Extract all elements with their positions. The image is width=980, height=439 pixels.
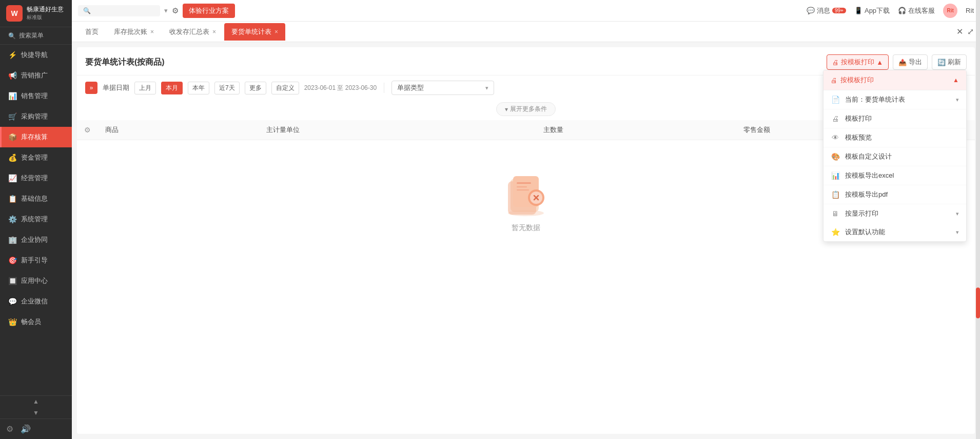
top-header: 🔍 ▾ ⚙ 体验行业方案 💬 消息 99+ 📱 App下载 🎧 在线客服 Rit… bbox=[72, 0, 980, 22]
page-container: 要货单统计表(按商品) 🖨 按模板打印 ▲ 📤 导出 🔄 刷新 bbox=[77, 47, 975, 434]
online-service-label: 在线客服 bbox=[908, 6, 935, 15]
scroll-up-icon[interactable]: ▲ bbox=[33, 398, 39, 405]
dropdown-display-print[interactable]: 🖥 按显示打印 ▾ bbox=[824, 204, 966, 223]
sidebar-item-enterprise[interactable]: 🏢 企业协同 bbox=[0, 230, 72, 250]
date-btn-custom[interactable]: 自定义 bbox=[271, 82, 299, 94]
sidebar-item-label: 采购管理 bbox=[21, 112, 48, 121]
dropdown-template-design-label: 模板自定义设计 bbox=[845, 152, 892, 161]
tabs-bar: 首页 库存批次账 × 收发存汇总表 × 要货单统计表 × ✕ ⤢ bbox=[72, 22, 980, 42]
sidebar-item-finance[interactable]: 💰 资金管理 bbox=[0, 147, 72, 168]
header-search-bar[interactable]: 🔍 bbox=[78, 5, 160, 16]
sidebar-item-purchase[interactable]: 🛒 采购管理 bbox=[0, 106, 72, 127]
export-button[interactable]: 📤 导出 bbox=[893, 54, 928, 70]
header-settings-icon[interactable]: ⚙ bbox=[172, 6, 179, 15]
date-btn-current-month[interactable]: 本月 bbox=[161, 82, 183, 94]
dropdown-default-func-label: 设置默认功能 bbox=[845, 227, 885, 237]
sidebar-item-label: 新手引导 bbox=[21, 256, 48, 265]
order-type-select[interactable]: 单据类型 ▾ bbox=[391, 81, 494, 95]
tab-batch-account[interactable]: 库存批次账 × bbox=[107, 23, 161, 41]
sidebar-item-operations[interactable]: 📈 经营管理 bbox=[0, 168, 72, 188]
audio-icon[interactable]: 🔊 bbox=[21, 424, 31, 434]
dropdown-display-print-left: 🖥 按显示打印 bbox=[831, 209, 878, 218]
member-icon: 👑 bbox=[8, 318, 17, 326]
window-expand-button[interactable]: ⤢ bbox=[967, 27, 974, 36]
printer-icon: 🖨 bbox=[831, 77, 837, 84]
sidebar-item-apps[interactable]: 🔲 应用中心 bbox=[0, 271, 72, 291]
enterprise-icon: 🏢 bbox=[8, 236, 17, 244]
app-logo-icon: W bbox=[6, 5, 23, 22]
header-right: 💬 消息 99+ 📱 App下载 🎧 在线客服 Rit Rit bbox=[807, 4, 974, 18]
tab-home[interactable]: 首页 bbox=[78, 23, 106, 41]
tab-home-label: 首页 bbox=[85, 27, 99, 36]
avatar[interactable]: Rit bbox=[943, 4, 957, 18]
sidebar-item-sales[interactable]: 📊 销售管理 bbox=[0, 86, 72, 106]
dropdown-template-preview[interactable]: 👁 模板预览 bbox=[824, 128, 966, 147]
refresh-button[interactable]: 🔄 刷新 bbox=[932, 54, 967, 70]
search-icon: 🔍 bbox=[83, 7, 91, 14]
dropdown-collapse-icon[interactable]: ▲ bbox=[953, 77, 959, 84]
expand-more-button[interactable]: ▾ 展开更多条件 bbox=[496, 102, 556, 116]
sidebar-item-guide[interactable]: 🎯 新手引导 bbox=[0, 250, 72, 271]
trial-button[interactable]: 体验行业方案 bbox=[183, 4, 235, 18]
sidebar-item-label: 营销推广 bbox=[21, 71, 48, 80]
sidebar-item-system[interactable]: ⚙️ 系统管理 bbox=[0, 209, 72, 230]
sidebar-search[interactable]: 🔍 搜索菜单 bbox=[0, 27, 72, 45]
tab-order-stats-close[interactable]: × bbox=[275, 28, 278, 35]
date-btn-more[interactable]: 更多 bbox=[245, 82, 266, 94]
message-icon: 💬 bbox=[807, 7, 815, 14]
scrollbar-thumb[interactable] bbox=[976, 288, 980, 318]
finance-icon: 💰 bbox=[8, 154, 17, 162]
table-col-product: 商品 bbox=[98, 120, 259, 140]
date-btn-last7days[interactable]: 近7天 bbox=[214, 82, 240, 94]
sidebar-item-inventory[interactable]: 📦 库存核算 bbox=[0, 127, 72, 147]
window-close-button[interactable]: ✕ bbox=[956, 27, 963, 36]
dropdown-template-excel[interactable]: 📊 按模板导出excel bbox=[824, 166, 966, 185]
online-service-item[interactable]: 🎧 在线客服 bbox=[898, 6, 935, 15]
tab-batch-account-close[interactable]: × bbox=[150, 28, 154, 35]
tab-payment-summary[interactable]: 收发存汇总表 × bbox=[162, 23, 223, 41]
sidebar-item-quicknav[interactable]: ⚡ 快捷导航 bbox=[0, 45, 72, 65]
tab-order-stats[interactable]: 要货单统计表 × bbox=[224, 23, 285, 41]
sidebar-item-basics[interactable]: 📋 基础信息 bbox=[0, 188, 72, 209]
print-template-button[interactable]: 🖨 按模板打印 ▲ bbox=[827, 54, 889, 70]
filter-expand-button[interactable]: » bbox=[85, 82, 97, 94]
tab-payment-summary-close[interactable]: × bbox=[212, 28, 216, 35]
export-icon: 📤 bbox=[898, 59, 907, 66]
eye-icon: 👁 bbox=[831, 133, 840, 142]
dropdown-display-print-label: 按显示打印 bbox=[845, 209, 878, 218]
settings-icon[interactable]: ⚙ bbox=[6, 424, 13, 434]
dropdown-template-design[interactable]: 🎨 模板自定义设计 bbox=[824, 147, 966, 166]
wechat-icon: 💬 bbox=[8, 297, 17, 306]
dropdown-template-pdf[interactable]: 📋 按模板导出pdf bbox=[824, 185, 966, 204]
print-dropdown-menu: 🖨 按模板打印 ▲ 📄 当前：要货单统计表 ▾ 🖨 模板 bbox=[823, 70, 967, 242]
dropdown-template-print[interactable]: 🖨 模板打印 bbox=[824, 109, 966, 128]
table-col-quantity: 主数量 bbox=[536, 120, 736, 140]
dropdown-template-excel-label: 按模板导出excel bbox=[845, 171, 894, 180]
scroll-down-icon[interactable]: ▼ bbox=[33, 409, 39, 416]
page-actions: 🖨 按模板打印 ▲ 📤 导出 🔄 刷新 bbox=[827, 54, 967, 70]
date-btn-prev-month[interactable]: 上月 bbox=[134, 82, 156, 94]
sidebar-item-marketing[interactable]: 📢 营销推广 bbox=[0, 65, 72, 86]
sidebar-item-wechat[interactable]: 💬 企业微信 bbox=[0, 291, 72, 312]
app-download-item[interactable]: 📱 App下载 bbox=[854, 6, 890, 15]
column-settings-icon[interactable]: ⚙ bbox=[84, 126, 91, 134]
sidebar-nav: ⚡ 快捷导航 📢 营销推广 📊 销售管理 🛒 采购管理 📦 库存核算 💰 资金管… bbox=[0, 45, 72, 395]
date-btn-current-year[interactable]: 本年 bbox=[188, 82, 209, 94]
app-version: 标准版 bbox=[27, 14, 64, 21]
refresh-icon: 🔄 bbox=[937, 59, 946, 66]
header-nav-arrow[interactable]: ▾ bbox=[164, 7, 168, 14]
empty-text: 暂无数据 bbox=[512, 223, 540, 233]
dropdown-header-title: 🖨 按模板打印 bbox=[831, 75, 874, 85]
sidebar-item-member[interactable]: 👑 畅会员 bbox=[0, 312, 72, 332]
dropdown-default-func[interactable]: ⭐ 设置默认功能 ▾ bbox=[824, 223, 966, 241]
table-col-settings: ⚙ bbox=[77, 120, 98, 140]
app-logo-text-block: 畅康通好生意 标准版 bbox=[27, 6, 64, 21]
right-scrollbar[interactable] bbox=[976, 0, 980, 439]
messages-item[interactable]: 💬 消息 99+ bbox=[807, 6, 846, 15]
user-name[interactable]: Rit bbox=[966, 7, 974, 14]
dropdown-current-template[interactable]: 📄 当前：要货单统计表 ▾ bbox=[824, 90, 966, 109]
sidebar-item-label: 库存核算 bbox=[21, 132, 48, 142]
sidebar: W 畅康通好生意 标准版 🔍 搜索菜单 ⚡ 快捷导航 📢 营销推广 📊 销售管理… bbox=[0, 0, 72, 439]
sidebar-item-label: 基础信息 bbox=[21, 194, 48, 203]
design-icon: 🎨 bbox=[831, 152, 840, 161]
